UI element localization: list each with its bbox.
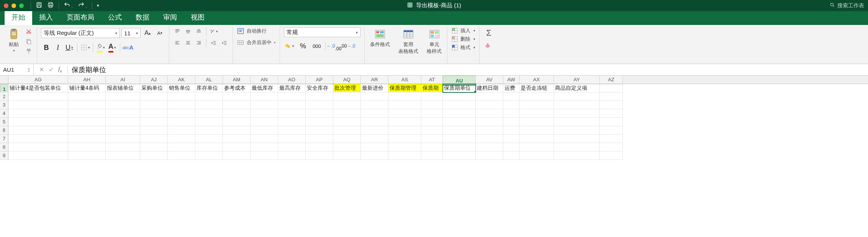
currency-button[interactable]	[284, 40, 295, 52]
cell[interactable]	[503, 92, 519, 101]
phonetic-button[interactable]: abcA	[123, 42, 133, 53]
tab-数据[interactable]: 数据	[129, 10, 156, 25]
row-header[interactable]: 3	[0, 101, 8, 109]
cell[interactable]	[519, 135, 554, 143]
fx-icon[interactable]: fx	[58, 66, 62, 73]
cell[interactable]	[106, 118, 140, 126]
cell[interactable]	[503, 151, 519, 160]
cell[interactable]: 销售单位	[168, 84, 195, 92]
cell[interactable]	[519, 143, 554, 151]
cell[interactable]	[140, 143, 168, 151]
fill-color-button[interactable]	[95, 42, 106, 53]
close-window-button[interactable]	[4, 3, 8, 8]
cell[interactable]	[251, 92, 278, 101]
comma-button[interactable]: 000	[311, 40, 322, 52]
cell[interactable]	[106, 126, 140, 135]
cell[interactable]	[443, 151, 476, 160]
cell[interactable]	[421, 109, 443, 118]
autosum-button[interactable]: Σ	[483, 27, 494, 39]
cell[interactable]	[333, 135, 361, 143]
column-header-AW[interactable]: AW	[503, 76, 519, 84]
cell[interactable]: 最低库存	[251, 84, 278, 92]
cell[interactable]	[106, 101, 140, 109]
tab-视图[interactable]: 视图	[184, 10, 211, 25]
cell[interactable]	[476, 135, 503, 143]
cell[interactable]	[503, 135, 519, 143]
decrease-indent-icon[interactable]	[210, 39, 218, 47]
align-center-icon[interactable]	[184, 39, 192, 47]
insert-cells-button[interactable]: 插入	[451, 27, 475, 34]
conditional-format-button[interactable]: 条件格式	[368, 27, 391, 49]
cell[interactable]: 安全库存	[306, 84, 333, 92]
cell[interactable]	[333, 92, 361, 101]
row-header[interactable]: 2	[0, 92, 8, 101]
clear-button[interactable]	[483, 41, 492, 49]
column-header-AL[interactable]: AL	[195, 76, 223, 84]
percent-button[interactable]: %	[298, 40, 308, 52]
cell[interactable]	[278, 143, 306, 151]
cell[interactable]: 保质期	[421, 84, 443, 92]
cell[interactable]	[554, 118, 600, 126]
column-header-AP[interactable]: AP	[306, 76, 333, 84]
cell[interactable]	[421, 143, 443, 151]
cell[interactable]	[361, 118, 388, 126]
cell[interactable]	[503, 118, 519, 126]
cell[interactable]	[600, 92, 623, 101]
cell[interactable]	[421, 118, 443, 126]
number-format-select[interactable]: 常规▾	[284, 27, 360, 37]
cell[interactable]	[306, 101, 333, 109]
column-header-AJ[interactable]: AJ	[140, 76, 168, 84]
cell[interactable]	[68, 118, 106, 126]
cell[interactable]	[140, 135, 168, 143]
formula-input[interactable]: 保质期单位	[68, 65, 106, 74]
row-header[interactable]: 9	[0, 151, 8, 160]
align-bottom-icon[interactable]	[195, 27, 203, 36]
border-button[interactable]	[80, 42, 90, 53]
cell[interactable]	[306, 126, 333, 135]
row-header[interactable]: 8	[0, 143, 8, 151]
cell[interactable]	[223, 143, 251, 151]
cell[interactable]	[223, 101, 251, 109]
cell[interactable]: 运费	[503, 84, 519, 92]
cell[interactable]	[361, 135, 388, 143]
cell[interactable]	[195, 92, 223, 101]
cell[interactable]	[278, 92, 306, 101]
cell[interactable]	[168, 101, 195, 109]
cell[interactable]: 报表辅单位	[106, 84, 140, 92]
column-header-AK[interactable]: AK	[168, 76, 195, 84]
cell[interactable]	[443, 143, 476, 151]
redo-icon[interactable]	[78, 2, 87, 10]
tab-插入[interactable]: 插入	[32, 10, 60, 25]
bold-button[interactable]: B	[41, 42, 52, 53]
align-middle-icon[interactable]	[184, 27, 192, 36]
cell[interactable]	[421, 126, 443, 135]
cell[interactable]	[443, 101, 476, 109]
cell[interactable]	[554, 101, 600, 109]
select-all-corner[interactable]	[0, 76, 8, 84]
cell[interactable]	[223, 109, 251, 118]
cell[interactable]	[195, 109, 223, 118]
cell[interactable]	[195, 151, 223, 160]
cell[interactable]	[600, 84, 623, 92]
cell[interactable]	[278, 135, 306, 143]
cell-styles-button[interactable]: 单元 格样式	[425, 27, 443, 56]
underline-button[interactable]: U	[64, 42, 75, 53]
cell[interactable]	[476, 109, 503, 118]
cell[interactable]	[333, 118, 361, 126]
cell[interactable]	[388, 92, 421, 101]
cell[interactable]	[421, 135, 443, 143]
cell[interactable]	[600, 109, 623, 118]
cell[interactable]	[554, 135, 600, 143]
cell[interactable]	[503, 126, 519, 135]
cell[interactable]	[600, 118, 623, 126]
cell[interactable]: 保质期管理	[388, 84, 421, 92]
confirm-formula-icon[interactable]: ✓	[49, 66, 54, 73]
column-header-AT[interactable]: AT	[421, 76, 443, 84]
cell[interactable]	[519, 109, 554, 118]
undo-icon[interactable]	[64, 2, 73, 10]
cell[interactable]	[106, 143, 140, 151]
cell[interactable]	[503, 143, 519, 151]
format-as-table-button[interactable]: 套用 表格格式	[397, 27, 420, 56]
name-box[interactable]: AU1 ▲▼	[0, 64, 34, 75]
cell[interactable]	[306, 151, 333, 160]
